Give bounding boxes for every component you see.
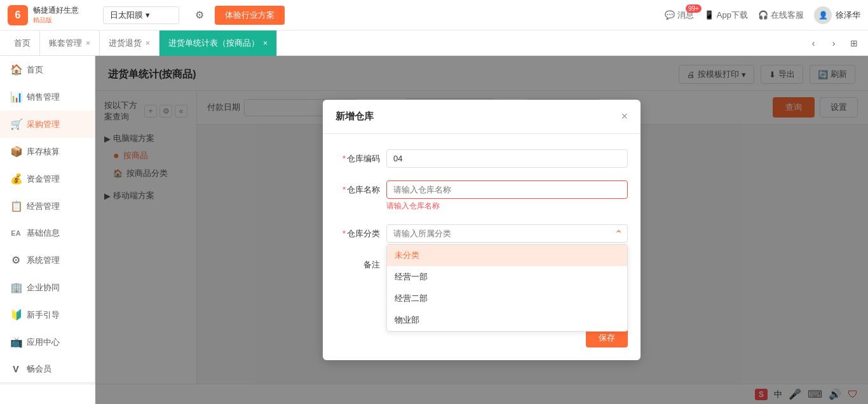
tab-next-button[interactable]: ›	[825, 34, 843, 52]
messages-button[interactable]: 💬 消息 99+	[665, 10, 694, 21]
logo-sub: 精品版	[33, 16, 79, 25]
inventory-icon: 📦	[10, 145, 22, 158]
logo-icon: 6	[8, 5, 28, 25]
logo-title: 畅捷通好生意	[33, 5, 79, 16]
name-error-msg: 请输入仓库名称	[386, 201, 628, 212]
tab-purchase-return-close[interactable]: ×	[146, 39, 150, 48]
sidebar-enterprise-label: 企业协同	[27, 282, 60, 293]
user-area[interactable]: 👤 徐泽华	[814, 6, 860, 24]
modal-title: 新增仓库	[336, 111, 374, 123]
sidebar-item-inventory[interactable]: 📦 库存核算	[0, 138, 95, 165]
avatar: 👤	[814, 6, 832, 24]
code-label: 仓库编码	[336, 149, 386, 165]
sidebar-home-label: 首页	[27, 64, 43, 76]
tab-prev-button[interactable]: ‹	[804, 34, 822, 52]
name-control: 请输入仓库名称	[386, 180, 628, 212]
sidebar-item-home[interactable]: 🏠 首页	[0, 56, 95, 83]
app-download-button[interactable]: 📱 App下载	[704, 10, 748, 21]
modal-add-warehouse: 新增仓库 × 仓库编码 仓库名称	[323, 100, 641, 360]
username: 徐泽华	[836, 10, 860, 21]
sidebar-item-sales[interactable]: 📊 销售管理	[0, 83, 95, 111]
app-download-label: App下载	[717, 10, 748, 21]
content-area: 进货单统计(按商品) 🖨 按模板打印 ▾ ⬇ 导出 🔄 刷新	[95, 56, 868, 404]
system-icon: ⚙	[10, 254, 22, 266]
tab-purchase-stats[interactable]: 进货单统计表（按商品） ×	[159, 30, 277, 56]
messages-badge: 99+	[686, 4, 702, 13]
sidebar-operations-label: 经营管理	[27, 201, 60, 212]
modal-close-button[interactable]: ×	[621, 110, 628, 123]
store-selector[interactable]: 日太阳膜 ▾	[103, 6, 179, 24]
topbar-right: 💬 消息 99+ 📱 App下载 🎧 在线客服 👤 徐泽华	[665, 6, 860, 24]
code-control	[386, 149, 628, 168]
category-dropdown-menu: 未分类 经营一部 经营二部 物业部	[386, 244, 628, 332]
sales-icon: 📊	[10, 91, 22, 103]
tab-purchase-stats-label: 进货单统计表（按商品）	[168, 37, 259, 49]
sidebar-purchase-label: 采购管理	[27, 119, 60, 130]
category-control: ⌃ 未分类 经营一部 经营二部 物业部	[386, 224, 628, 243]
logo-area: 6 畅捷通好生意 精品版	[8, 5, 103, 25]
sidebar-item-system[interactable]: ⚙ 系统管理	[0, 246, 95, 274]
tab-home-label: 首页	[14, 37, 31, 49]
message-icon: 💬	[665, 10, 675, 20]
sidebar: 🏠 首页 📊 销售管理 🛒 采购管理 📦 库存核算 💰 资金管理 📋 经营管理 …	[0, 56, 95, 404]
category-input[interactable]	[386, 224, 628, 243]
modal-overlay: 新增仓库 × 仓库编码 仓库名称	[95, 56, 868, 404]
sidebar-sales-label: 销售管理	[27, 91, 60, 103]
membership-icon: V	[10, 364, 22, 374]
basic-info-icon: EA	[10, 229, 22, 237]
dropdown-item-dept2[interactable]: 经营二部	[387, 288, 627, 309]
warehouse-name-input[interactable]	[386, 180, 628, 199]
tab-purchase-return-label: 进货退货	[109, 37, 142, 49]
sidebar-inventory-label: 库存核算	[27, 146, 60, 158]
tab-menu-button[interactable]: ⊞	[845, 34, 863, 52]
online-service-label: 在线客服	[771, 10, 804, 21]
try-industry-button[interactable]: 体验行业方案	[215, 6, 285, 25]
guide-icon: 🔰	[10, 309, 22, 321]
chevron-up-icon[interactable]: ⌃	[614, 227, 623, 239]
sidebar-item-appcenter[interactable]: 📺 应用中心	[0, 328, 95, 356]
dropdown-item-property[interactable]: 物业部	[387, 309, 627, 331]
sidebar-item-finance[interactable]: 💰 资金管理	[0, 165, 95, 192]
dropdown-item-dept1[interactable]: 经营一部	[387, 266, 627, 288]
name-label: 仓库名称	[336, 180, 386, 196]
modal-body: 仓库编码 仓库名称 请输入仓库名称	[323, 134, 641, 321]
settings-icon[interactable]: ⚙	[189, 5, 210, 25]
sidebar-item-operations[interactable]: 📋 经营管理	[0, 192, 95, 220]
finance-icon: 💰	[10, 173, 22, 185]
topbar: 6 畅捷通好生意 精品版 日太阳膜 ▾ ⚙ 体验行业方案 💬 消息 99+ 📱 …	[0, 0, 868, 30]
sidebar-basic-info-label: 基础信息	[27, 227, 60, 239]
sidebar-appcenter-label: 应用中心	[27, 337, 60, 348]
sidebar-item-enterprise[interactable]: 🏢 企业协同	[0, 274, 95, 301]
appcenter-icon: 📺	[10, 336, 22, 348]
remarks-label: 备注	[336, 255, 386, 271]
tab-purchase-stats-close[interactable]: ×	[263, 39, 268, 48]
sidebar-item-purchase[interactable]: 🛒 采购管理	[0, 111, 95, 138]
warehouse-code-input[interactable]	[386, 149, 628, 168]
main-layout: 🏠 首页 📊 销售管理 🛒 采购管理 📦 库存核算 💰 资金管理 📋 经营管理 …	[0, 56, 868, 404]
enterprise-icon: 🏢	[10, 281, 22, 293]
chevron-down-icon: ▾	[146, 10, 150, 20]
tabbar: 首页 账套管理 × 进货退货 × 进货单统计表（按商品） × ‹ › ⊞	[0, 30, 868, 56]
sidebar-item-membership[interactable]: V 畅会员	[0, 356, 95, 382]
sidebar-guide-label: 新手引导	[27, 309, 60, 321]
dropdown-item-uncategorized[interactable]: 未分类	[387, 245, 627, 266]
tab-home[interactable]: 首页	[5, 30, 40, 56]
category-label: 仓库分类	[336, 224, 386, 239]
tab-accounts[interactable]: 账套管理 ×	[40, 30, 100, 56]
form-row-code: 仓库编码	[336, 149, 628, 168]
tab-purchase-return[interactable]: 进货退货 ×	[100, 30, 159, 56]
sidebar-item-basic-info[interactable]: EA 基础信息	[0, 220, 95, 246]
form-row-name: 仓库名称 请输入仓库名称	[336, 180, 628, 212]
tab-accounts-label: 账套管理	[49, 37, 82, 49]
sidebar-finance-label: 资金管理	[27, 173, 60, 185]
tab-controls: ‹ › ⊞	[804, 34, 863, 52]
home-icon: 🏠	[10, 64, 22, 76]
purchase-icon: 🛒	[10, 118, 22, 130]
phone-icon: 📱	[704, 10, 714, 20]
sidebar-item-guide[interactable]: 🔰 新手引导	[0, 301, 95, 328]
modal-header: 新增仓库 ×	[323, 100, 641, 134]
sidebar-system-label: 系统管理	[27, 255, 60, 266]
store-name: 日太阳膜	[110, 10, 143, 21]
online-service-button[interactable]: 🎧 在线客服	[758, 10, 804, 21]
tab-accounts-close[interactable]: ×	[86, 39, 90, 48]
